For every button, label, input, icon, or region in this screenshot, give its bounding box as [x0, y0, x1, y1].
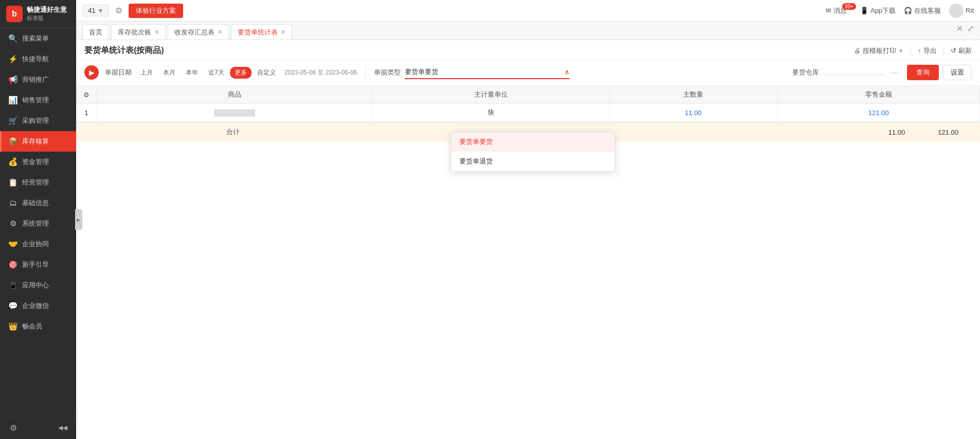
app-download-btn[interactable]: 📱 App下载: [860, 6, 896, 15]
order-type-chevron-icon[interactable]: ∧: [564, 68, 569, 76]
sidebar-item-marketing[interactable]: 📢 营销推广: [0, 69, 76, 90]
export-btn[interactable]: ↑ 导出: [918, 46, 937, 56]
topbar-settings-icon[interactable]: ⚙: [113, 4, 124, 17]
topbar-left: 41 ▼ ⚙ 体验行业方案: [82, 4, 183, 18]
topbar: 41 ▼ ⚙ 体验行业方案 ✉ 消息 99+ 📱 App下载 🎧 在线客服 R: [76, 0, 980, 22]
sidebar-item-basic-info[interactable]: 🗂 基础信息: [0, 193, 76, 213]
online-service-btn[interactable]: 🎧 在线客服: [904, 6, 941, 15]
user-profile[interactable]: Rit: [949, 4, 974, 18]
sidebar-menu: 🔍 搜索菜单 ⚡ 快捷导航 📢 营销推广 📊 销售管理 🛒 采购管理 📦 库存核…: [0, 28, 76, 416]
print-template-btn[interactable]: 🖨 按模板打印 ▼: [854, 46, 904, 56]
sidebar-item-system-label: 系统管理: [22, 219, 49, 228]
dropdown-item-order-return[interactable]: 要货单退货: [451, 152, 615, 171]
user-avatar: [949, 4, 964, 18]
sidebar-item-quick-nav[interactable]: ⚡ 快捷导航: [0, 49, 76, 69]
col-settings[interactable]: ⚙: [76, 86, 97, 104]
logo-text: 畅捷通好生意 标准版: [27, 5, 67, 23]
tab-close-all-btn[interactable]: ✕: [956, 24, 963, 33]
quick-nav-icon: ⚡: [8, 54, 18, 64]
row-qty: 11.00: [609, 104, 777, 122]
sidebar-item-enterprise[interactable]: 🤝 企业协同: [0, 234, 76, 254]
sidebar-item-operations-label: 经营管理: [22, 178, 49, 187]
sidebar-item-basic-info-label: 基础信息: [22, 198, 49, 208]
app-logo: b 畅捷通好生意 标准版: [0, 0, 76, 28]
sidebar-item-finance-label: 资金管理: [22, 157, 49, 167]
app-name: 畅捷通好生意: [27, 5, 67, 14]
finance-icon: 💰: [8, 157, 18, 167]
date-btn-more[interactable]: 更多: [230, 67, 252, 79]
message-icon: ✉: [826, 7, 831, 14]
main-area: 41 ▼ ⚙ 体验行业方案 ✉ 消息 99+ 📱 App下载 🎧 在线客服 R: [76, 0, 980, 439]
sidebar-item-search-label: 搜索菜单: [22, 34, 49, 43]
tab-expand-btn[interactable]: ⤢: [967, 24, 974, 33]
filter-more-icon[interactable]: ···: [891, 67, 899, 78]
tab-inventory-batch[interactable]: 库存批次账 ✕: [111, 24, 166, 40]
sidebar-item-inventory-label: 库存核算: [22, 137, 49, 146]
col-goods: 商品: [97, 86, 372, 104]
order-type-select-box[interactable]: ∧: [405, 66, 569, 79]
sidebar-item-guide[interactable]: 🎯 新手引导: [0, 254, 76, 275]
sidebar-item-purchase[interactable]: 🛒 采购管理: [0, 111, 76, 131]
order-type-input[interactable]: [405, 68, 564, 76]
warehouse-select-box[interactable]: [823, 70, 885, 75]
query-btn[interactable]: 查询: [907, 65, 939, 80]
date-btn-this-year[interactable]: 本年: [181, 66, 203, 79]
message-btn[interactable]: ✉ 消息 99+: [826, 6, 852, 15]
date-filter-label: 单据日期: [105, 68, 132, 77]
sales-icon: 📊: [8, 95, 18, 105]
sidebar-item-finance[interactable]: 💰 资金管理: [0, 152, 76, 172]
tab-order-stats-close[interactable]: ✕: [281, 29, 286, 35]
sidebar-item-operations[interactable]: 📋 经营管理: [0, 172, 76, 193]
filter-bar: ▶ 单据日期 上月 本月 本年 近7天 更多 自定义 2023-05-06 至 …: [76, 60, 980, 86]
export-icon: ↑: [918, 47, 921, 54]
print-dropdown-icon[interactable]: ▼: [898, 48, 904, 54]
col-qty: 主数量: [609, 86, 777, 104]
trial-btn[interactable]: 体验行业方案: [129, 4, 183, 18]
sidebar-item-wechat[interactable]: 💬 企业微信: [0, 296, 76, 316]
enterprise-icon: 🤝: [8, 239, 18, 249]
sidebar-item-inventory[interactable]: 📦 库存核算: [0, 131, 76, 152]
tab-inventory-batch-close[interactable]: ✕: [154, 29, 159, 35]
page-actions: 🖨 按模板打印 ▼ | ↑ 导出 | ↺ 刷新: [854, 46, 972, 56]
sidebar-item-app-center[interactable]: 📱 应用中心: [0, 275, 76, 296]
date-btn-custom[interactable]: 自定义: [253, 66, 280, 79]
sidebar-item-system[interactable]: ⚙ 系统管理: [0, 213, 76, 234]
system-icon: ⚙: [8, 218, 18, 229]
refresh-icon: ↺: [951, 47, 956, 54]
table-row: 1 块 11.00 121.00: [76, 104, 980, 122]
footer-amount: 121.00: [922, 129, 974, 136]
col-amount: 零售金额: [777, 86, 979, 104]
date-btn-this-month[interactable]: 本月: [158, 66, 180, 79]
sidebar-item-sales[interactable]: 📊 销售管理: [0, 90, 76, 111]
sidebar-item-marketing-label: 营销推广: [22, 75, 49, 84]
date-btn-last-7-days[interactable]: 近7天: [204, 66, 229, 79]
sidebar-item-member[interactable]: 👑 畅会员: [0, 316, 76, 337]
workspace-id-display: 41 ▼: [82, 5, 109, 16]
date-quick-btns: 上月 本月 本年 近7天 更多 自定义: [136, 66, 280, 79]
filter-expand-btn[interactable]: ▶: [84, 65, 99, 80]
page-title: 要货单统计表(按商品): [84, 45, 164, 56]
search-icon: 🔍: [8, 33, 18, 44]
date-btn-last-month[interactable]: 上月: [136, 66, 157, 79]
warehouse-filter-group: 要货仓库 ···: [792, 67, 899, 78]
sidebar-item-app-center-label: 应用中心: [22, 281, 49, 290]
col-unit: 主计量单位: [372, 86, 609, 104]
footer-qty: 11.00: [871, 129, 922, 136]
sidebar-toggle-btn[interactable]: ▶: [75, 209, 82, 230]
dropdown-item-order-goods[interactable]: 要货单要货: [451, 132, 615, 152]
workspace-id-chevron[interactable]: ▼: [97, 7, 103, 14]
tab-order-stats[interactable]: 要货单统计表 ✕: [231, 24, 292, 40]
tabbar: 首页 库存批次账 ✕ 收发存汇总表 ✕ 要货单统计表 ✕ ✕ ⤢: [76, 22, 980, 40]
message-badge: 99+: [842, 3, 856, 10]
tab-receive-summary-close[interactable]: ✕: [218, 29, 222, 35]
tab-receive-summary[interactable]: 收发存汇总表 ✕: [168, 24, 229, 40]
sidebar-collapse-icon[interactable]: ◀◀: [56, 420, 70, 435]
sidebar-settings-icon[interactable]: ⚙: [6, 420, 21, 435]
export-label: 导出: [923, 46, 937, 56]
sidebar-item-search[interactable]: 🔍 搜索菜单: [0, 28, 76, 49]
tab-home[interactable]: 首页: [82, 24, 109, 40]
sidebar-item-enterprise-label: 企业协同: [22, 240, 49, 249]
filter-settings-btn[interactable]: 设置: [943, 65, 972, 80]
refresh-btn[interactable]: ↺ 刷新: [951, 46, 972, 56]
topbar-right: ✉ 消息 99+ 📱 App下载 🎧 在线客服 Rit: [826, 4, 974, 18]
